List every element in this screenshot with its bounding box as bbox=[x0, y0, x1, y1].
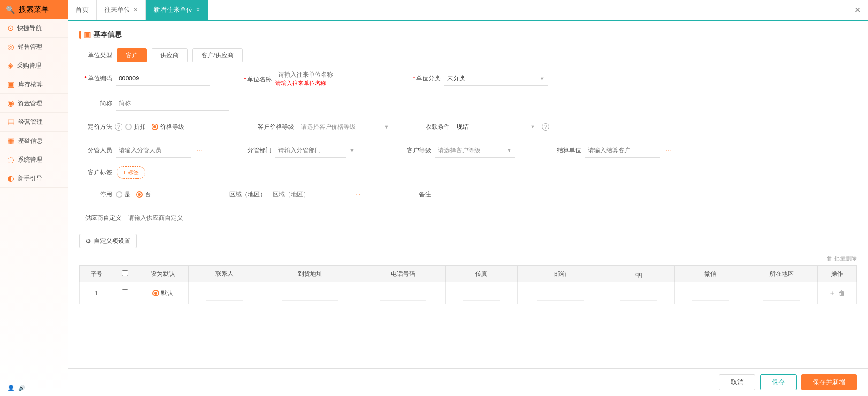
purchase-icon: ◈ bbox=[8, 61, 13, 70]
add-tag-button[interactable]: + 标签 bbox=[117, 166, 145, 179]
sidebar-item-finance[interactable]: ◉ 资金管理 bbox=[0, 94, 68, 113]
delete-row-icon[interactable]: 🗑 bbox=[838, 289, 845, 297]
remark-input[interactable] bbox=[435, 187, 857, 202]
phone-input[interactable] bbox=[380, 286, 426, 301]
region-more-btn[interactable]: ··· bbox=[353, 191, 363, 198]
unit-category-select[interactable]: 未分类 ▼ bbox=[444, 71, 548, 86]
field-unit-code: 单位编码 bbox=[79, 71, 229, 86]
default-radio[interactable]: 默认 bbox=[142, 289, 183, 297]
address-input[interactable] bbox=[282, 286, 338, 301]
disable-radio-yes[interactable]: 是 bbox=[116, 190, 130, 199]
sidebar-item-quick-nav[interactable]: ⊙ 快捷导航 bbox=[0, 19, 68, 38]
supplier-custom-input[interactable] bbox=[125, 210, 253, 225]
form-content: ▣ 基本信息 单位类型 客户 供应商 客户/供应商 单位编码 单位名称 请输 bbox=[68, 21, 868, 368]
wechat-input[interactable] bbox=[692, 286, 729, 301]
sidebar-item-sales[interactable]: ◎ 销售管理 bbox=[0, 38, 68, 56]
unit-type-supplier[interactable]: 供应商 bbox=[152, 48, 188, 62]
sidebar-item-label: 销售管理 bbox=[18, 43, 42, 51]
settlement-more-btn[interactable]: ··· bbox=[664, 147, 673, 154]
qq-input[interactable] bbox=[620, 286, 657, 301]
customer-price-select[interactable]: 请选择客户价格等级 ▼ bbox=[298, 119, 392, 134]
contact-input[interactable] bbox=[206, 286, 243, 301]
sidebar-search[interactable]: 🔍 搜索菜单 bbox=[0, 0, 68, 19]
pricing-radio-level[interactable]: 价格等级 bbox=[152, 123, 184, 131]
cell-checkbox bbox=[113, 282, 137, 304]
section-icon: ▣ bbox=[84, 31, 91, 39]
batch-delete-icon: 🗑 bbox=[826, 255, 832, 262]
field-dept: 分管部门 ▼ bbox=[239, 143, 380, 158]
custom-settings-button[interactable]: ⚙ 自定义项设置 bbox=[79, 234, 137, 248]
field-customer-price: 客户价格等级 请选择客户价格等级 ▼ bbox=[258, 119, 408, 134]
default-radio-circle bbox=[152, 290, 159, 296]
col-phone: 电话号码 bbox=[360, 266, 446, 282]
unit-name-label: 单位名称 bbox=[239, 75, 272, 84]
form-row-pricing: 定价方法 ? 折扣 价格等级 客户价格等级 请选择客户价格等级 bbox=[79, 119, 857, 134]
unit-name-input[interactable] bbox=[275, 71, 398, 78]
payment-condition-select[interactable]: 现结 ▼ bbox=[454, 119, 538, 134]
customer-price-label: 客户价格等级 bbox=[258, 123, 294, 131]
short-name-label: 简称 bbox=[79, 99, 112, 108]
fax-input[interactable] bbox=[463, 286, 500, 301]
customer-price-placeholder: 请选择客户价格等级 bbox=[301, 123, 356, 131]
field-remark: 备注 bbox=[398, 187, 857, 202]
sidebar-item-inventory[interactable]: ▣ 库存核算 bbox=[0, 75, 68, 94]
dept-input[interactable] bbox=[275, 143, 346, 158]
sidebar-item-purchase[interactable]: ◈ 采购管理 bbox=[0, 56, 68, 75]
sidebar-item-operation[interactable]: ▤ 经营管理 bbox=[0, 113, 68, 132]
radio-circle-no bbox=[136, 191, 143, 198]
field-settlement: 结算单位 ··· bbox=[548, 143, 699, 158]
cancel-button[interactable]: 取消 bbox=[719, 374, 755, 390]
disable-radio-no[interactable]: 否 bbox=[136, 190, 151, 199]
field-supervisor: 分管人员 ··· bbox=[79, 143, 220, 158]
chevron-down-icon4: ▼ bbox=[507, 148, 512, 153]
batch-delete-label[interactable]: 批量删除 bbox=[834, 255, 857, 263]
table-row: 1 默认 bbox=[80, 282, 857, 304]
region-input[interactable] bbox=[270, 187, 350, 202]
customer-level-select[interactable]: 请选择客户等级 ▼ bbox=[435, 143, 515, 158]
supervisor-more-btn[interactable]: ··· bbox=[195, 147, 204, 154]
col-default: 设为默认 bbox=[137, 266, 189, 282]
form-row-supplier-custom: 供应商自定义 bbox=[79, 210, 857, 225]
disable-label: 停用 bbox=[79, 190, 112, 199]
cell-email bbox=[517, 282, 603, 304]
cell-address bbox=[260, 282, 360, 304]
customer-level-placeholder: 请选择客户等级 bbox=[438, 146, 480, 155]
region-table-input[interactable] bbox=[763, 286, 800, 301]
newbie-icon: ◐ bbox=[8, 174, 14, 183]
unit-type-customer[interactable]: 客户 bbox=[117, 48, 147, 62]
custom-settings-label: 自定义项设置 bbox=[94, 237, 130, 245]
sidebar-item-system[interactable]: ◌ 系统管理 bbox=[0, 150, 68, 169]
tab-new-partner-close[interactable]: ✕ bbox=[196, 7, 200, 13]
tab-partner-list-close[interactable]: ✕ bbox=[133, 7, 138, 13]
cell-contact bbox=[189, 282, 260, 304]
sidebar-item-basic[interactable]: ▦ 基础信息 bbox=[0, 132, 68, 150]
save-add-button[interactable]: 保存并新增 bbox=[801, 374, 857, 390]
region-label: 区域（地区） bbox=[229, 190, 266, 199]
sidebar-footer: 👤 🔊 bbox=[0, 380, 68, 396]
pricing-help-icon[interactable]: ? bbox=[115, 123, 122, 131]
row-checkbox[interactable] bbox=[122, 289, 128, 295]
settlement-unit-input[interactable] bbox=[585, 143, 660, 158]
quick-nav-icon: ⊙ bbox=[8, 23, 14, 32]
unit-code-input[interactable] bbox=[116, 71, 210, 86]
supervisor-input[interactable] bbox=[116, 143, 191, 158]
unit-type-both[interactable]: 客户/供应商 bbox=[192, 48, 243, 62]
payment-help-icon[interactable]: ? bbox=[542, 123, 549, 131]
disable-no-label: 否 bbox=[145, 190, 151, 199]
settlement-unit-label: 结算单位 bbox=[548, 146, 581, 155]
field-supplier-custom: 供应商自定义 bbox=[79, 210, 253, 225]
tab-partner-list[interactable]: 往来单位 ✕ bbox=[97, 0, 146, 20]
search-icon: 🔍 bbox=[6, 5, 15, 14]
email-input[interactable] bbox=[537, 286, 584, 301]
form-row-short-name: 简称 bbox=[79, 96, 857, 111]
sidebar: 🔍 搜索菜单 ⊙ 快捷导航 ◎ 销售管理 ◈ 采购管理 ▣ 库存核算 ◉ 资金管… bbox=[0, 0, 68, 396]
short-name-input[interactable] bbox=[116, 96, 229, 111]
tab-new-partner[interactable]: 新增往来单位 ✕ bbox=[146, 0, 208, 20]
select-all-checkbox[interactable] bbox=[122, 270, 128, 276]
save-button[interactable]: 保存 bbox=[760, 374, 797, 390]
close-all-tabs[interactable]: ✕ bbox=[847, 6, 868, 15]
sidebar-item-newbie[interactable]: ◐ 新手引导 bbox=[0, 169, 68, 188]
tab-home[interactable]: 首页 bbox=[68, 0, 97, 20]
pricing-radio-discount[interactable]: 折扣 bbox=[125, 123, 146, 131]
add-row-icon[interactable]: ＋ bbox=[829, 289, 836, 297]
